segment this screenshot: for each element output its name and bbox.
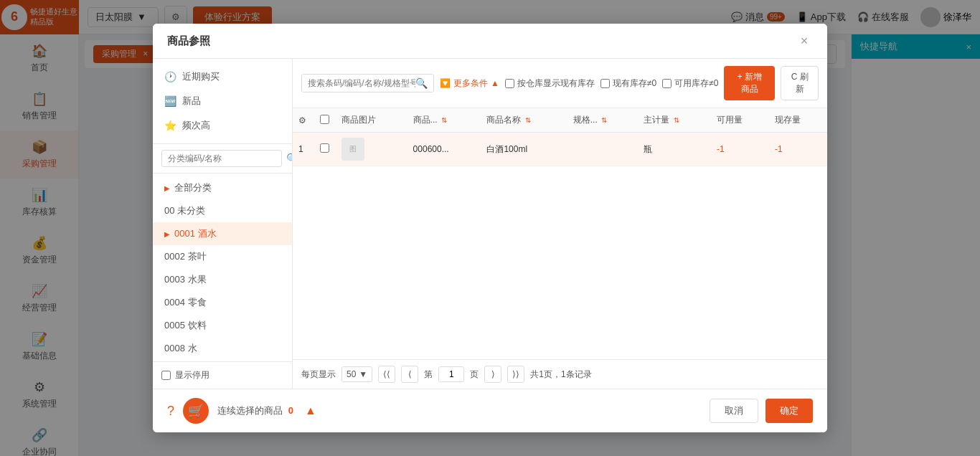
search-toolbar: 🔍 🔽 更多条件 ▲ 按仓库显示现有库存 现有库存≠0: [293, 59, 827, 108]
show-disabled-checkbox[interactable]: [161, 371, 171, 380]
chevron-down-icon: ▼: [359, 369, 367, 379]
category-uncategorized[interactable]: 00 未分类: [153, 199, 292, 222]
nav-item-recent[interactable]: 🕐 近期购买: [153, 65, 292, 89]
row-name-cell: 白酒100ml: [481, 133, 567, 166]
category-search-area: 🔍: [153, 144, 292, 174]
category-liquor[interactable]: ▶ 0001 酒水: [153, 222, 292, 245]
row-checkbox[interactable]: [320, 143, 329, 153]
sort-icon: ⇅: [441, 116, 447, 124]
collapse-button[interactable]: ▲: [305, 404, 316, 417]
row-code-cell: 000600...: [407, 133, 481, 166]
modal-body: 🕐 近期购买 🆕 新品 ⭐ 频次高 🔍: [153, 59, 827, 389]
footer-buttons: 取消 确定: [710, 399, 813, 423]
search-icon[interactable]: 🔍: [415, 77, 428, 89]
page-number-input[interactable]: [438, 366, 464, 382]
selection-count: 0: [288, 405, 293, 416]
checkbox-col-header[interactable]: [314, 108, 336, 133]
pagination: 每页显示 50 ▼ ⟨⟨ ⟨ 第 页 ⟩ ⟩⟩ 共1页，1条记录: [293, 359, 827, 389]
selection-label: 连续选择的商品 0: [217, 404, 296, 417]
category-list: ▶ 全部分类 00 未分类 ▶ 0001 酒水 0002 茶叶 0003 水果: [153, 174, 292, 361]
confirm-button[interactable]: 确定: [765, 399, 813, 423]
row-spec-cell: [567, 133, 639, 166]
toolbar-right: + 新增商品 C 刷新: [724, 66, 819, 100]
new-icon: 🆕: [164, 95, 176, 107]
search-icon[interactable]: 🔍: [286, 153, 293, 164]
cancel-button[interactable]: 取消: [710, 399, 758, 423]
first-page-button[interactable]: ⟨⟨: [378, 366, 395, 383]
modal-left-panel: 🕐 近期购买 🆕 新品 ⭐ 频次高 🔍: [153, 59, 293, 389]
product-table-wrap: ⚙ 商品图片 商品... ⇅ 商品名称: [293, 108, 827, 359]
product-reference-modal: 商品参照 × 🕐 近期购买 🆕 新品 ⭐: [153, 24, 827, 432]
row-index: 1: [293, 133, 314, 166]
clock-icon: 🕐: [164, 71, 176, 82]
category-snacks[interactable]: 0004 零食: [153, 291, 292, 314]
product-table: ⚙ 商品图片 商品... ⇅ 商品名称: [293, 108, 827, 166]
cart-button[interactable]: 🛒: [183, 398, 209, 424]
help-icon[interactable]: ?: [167, 404, 174, 419]
page-size-select[interactable]: 50 ▼: [341, 366, 372, 382]
triangle-icon: ▶: [164, 184, 170, 192]
category-water[interactable]: 0008 水: [153, 337, 292, 360]
category-fruit[interactable]: 0003 水果: [153, 268, 292, 291]
next-page-button[interactable]: ⟩: [484, 366, 501, 383]
sort-icon: ⇅: [601, 116, 607, 124]
nav-item-new[interactable]: 🆕 新品: [153, 89, 292, 113]
modal-close-button[interactable]: ×: [796, 32, 813, 49]
current-stock-checkbox[interactable]: [600, 79, 610, 88]
modal-title: 商品参照: [167, 34, 210, 48]
triangle-icon: ▶: [164, 230, 170, 238]
modal-right-panel: 🔍 🔽 更多条件 ▲ 按仓库显示现有库存 现有库存≠0: [293, 59, 827, 389]
category-search-input[interactable]: [161, 150, 282, 167]
table-header-row: ⚙ 商品图片 商品... ⇅ 商品名称: [293, 108, 827, 133]
modal-left-nav: 🕐 近期购买 🆕 新品 ⭐ 频次高: [153, 59, 292, 144]
modal-footer: ? 🛒 连续选择的商品 0 ▲ 取消 确定: [153, 389, 827, 432]
available-col-header: 可用量: [711, 108, 769, 133]
cart-icon: 🛒: [188, 403, 204, 419]
refresh-button[interactable]: C 刷新: [781, 66, 819, 100]
nav-item-frequent[interactable]: ⭐ 频次高: [153, 113, 292, 138]
current-stock-checkbox-label[interactable]: 现有库存≠0: [600, 77, 656, 90]
modal-header: 商品参照 ×: [153, 24, 827, 59]
add-product-button[interactable]: + 新增商品: [724, 66, 775, 100]
chevron-up-icon: ▲: [491, 78, 499, 88]
row-image-cell: 图: [336, 133, 407, 166]
category-all[interactable]: ▶ 全部分类: [153, 176, 292, 199]
search-input-wrap: 🔍: [301, 74, 434, 92]
category-drinks[interactable]: 0005 饮料: [153, 314, 292, 337]
product-table-body: 1 图 000600... 白酒100ml 瓶: [293, 133, 827, 166]
filter-button[interactable]: 🔽 更多条件 ▲: [440, 77, 499, 90]
unit-col-header[interactable]: 主计量 ⇅: [638, 108, 711, 133]
star-icon: ⭐: [164, 120, 176, 131]
available-stock-checkbox[interactable]: [662, 79, 672, 88]
sort-icon: ⇅: [674, 116, 679, 124]
row-unit-cell: 瓶: [638, 133, 711, 166]
warehouse-stock-checkbox-label[interactable]: 按仓库显示现有库存: [505, 77, 595, 90]
settings-col-header[interactable]: ⚙: [293, 108, 314, 133]
table-row[interactable]: 1 图 000600... 白酒100ml 瓶: [293, 133, 827, 166]
modal-overlay: 商品参照 × 🕐 近期购买 🆕 新品 ⭐: [0, 0, 980, 456]
code-col-header[interactable]: 商品... ⇅: [407, 108, 481, 133]
stock-col-header: 现存量: [769, 108, 827, 133]
row-checkbox-cell[interactable]: [314, 133, 336, 166]
category-tea[interactable]: 0002 茶叶: [153, 245, 292, 268]
filter-icon: 🔽: [440, 78, 451, 88]
warehouse-stock-checkbox[interactable]: [505, 79, 514, 88]
product-image: 图: [341, 138, 364, 161]
prev-page-button[interactable]: ⟨: [401, 366, 418, 383]
last-page-button[interactable]: ⟩⟩: [507, 366, 524, 383]
sort-icon: ⇅: [525, 116, 531, 124]
available-stock-checkbox-label[interactable]: 可用库存≠0: [662, 77, 718, 90]
show-disabled-label[interactable]: 显示停用: [175, 369, 209, 381]
show-disabled-area: 显示停用: [153, 361, 292, 389]
spec-col-header[interactable]: 规格... ⇅: [567, 108, 639, 133]
row-stock-cell: -1: [769, 133, 827, 166]
select-all-checkbox[interactable]: [320, 115, 329, 124]
row-available-cell: -1: [711, 133, 769, 166]
product-search-input[interactable]: [308, 78, 415, 88]
name-col-header[interactable]: 商品名称 ⇅: [481, 108, 567, 133]
image-col-header: 商品图片: [336, 108, 407, 133]
page-summary: 共1页，1条记录: [530, 369, 591, 381]
